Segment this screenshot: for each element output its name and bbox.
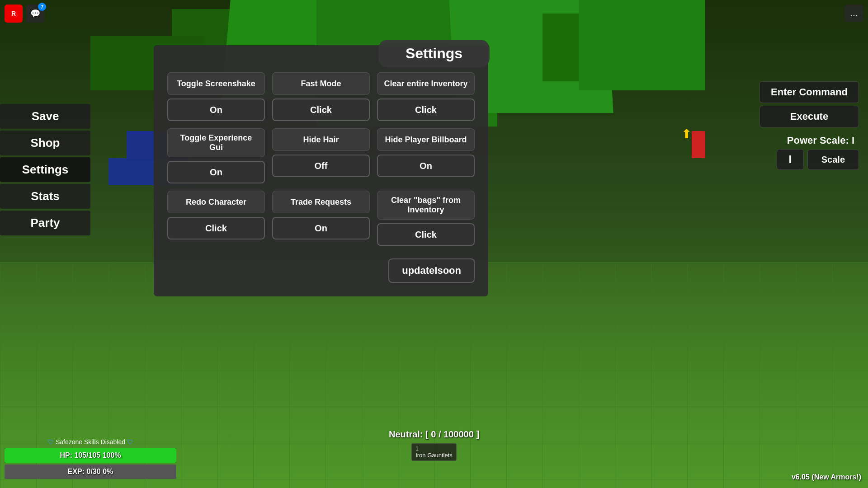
screenshake-value-button[interactable]: On [167, 99, 265, 121]
redochar-label-button[interactable]: Redo Character [167, 191, 265, 213]
settings-row-3: Redo Character Click Trade Requests On C… [167, 191, 475, 246]
notification-icon[interactable]: 💬 7 [26, 5, 44, 23]
hidehair-value-button[interactable]: Off [272, 155, 370, 177]
inventory-item-name: Iron Gauntlets [415, 452, 453, 459]
settings-title-bar: Settings [378, 40, 490, 67]
bg-block [579, 0, 705, 90]
settings-row-2: Toggle Experience Gui On Hide Hair Off H… [167, 128, 475, 183]
execute-button[interactable]: Execute [760, 106, 859, 127]
setting-fastmode: Fast Mode Click [272, 72, 370, 121]
billboard-label-button[interactable]: Hide Player Billboard [377, 128, 475, 151]
inventory-slot-number: 1 [415, 446, 453, 452]
clear-inventory-label-button[interactable]: Clear entire Inventory [377, 72, 475, 95]
chat-icon: 💬 [30, 9, 40, 19]
setting-expgui: Toggle Experience Gui On [167, 128, 265, 183]
fastmode-value-button[interactable]: Click [272, 99, 370, 121]
sidebar-item-party[interactable]: Party [0, 211, 90, 235]
sidebar-item-stats[interactable]: Stats [0, 184, 90, 209]
yellow-arrow: ⬆ [681, 127, 692, 141]
neutral-text: Neutral: [ 0 / 100000 ] [389, 429, 479, 440]
clearbags-label-button[interactable]: Clear "bags" from Inventory [377, 191, 475, 220]
settings-panel: Toggle Screenshake On Fast Mode Click Cl… [154, 45, 488, 296]
clear-inventory-value-button[interactable]: Click [377, 99, 475, 121]
left-sidebar: Save Shop Settings Stats Party [0, 104, 99, 235]
screenshake-label-button[interactable]: Toggle Screenshake [167, 72, 265, 95]
billboard-value-button[interactable]: On [377, 155, 475, 177]
settings-grid: Toggle Screenshake On Fast Mode Click Cl… [167, 72, 475, 283]
update-row: updateIsoon [167, 255, 475, 283]
setting-clear-inventory: Clear entire Inventory Click [377, 72, 475, 121]
safezone-label: Safezone Skills Disabled [56, 438, 125, 446]
power-scale-controls: Scale [777, 149, 859, 170]
traderequests-label-button[interactable]: Trade Requests [272, 191, 370, 213]
setting-hidehair: Hide Hair Off [272, 128, 370, 183]
setting-billboard: Hide Player Billboard On [377, 128, 475, 183]
settings-row-1: Toggle Screenshake On Fast Mode Click Cl… [167, 72, 475, 121]
version-text: v6.05 (New Armors!) [792, 473, 861, 481]
inventory-slot[interactable]: 1 Iron Gauntlets [411, 443, 457, 461]
sidebar-item-settings[interactable]: Settings [0, 157, 90, 182]
right-panel: Enter Command Execute Power Scale: I Sca… [760, 81, 859, 170]
setting-redochar: Redo Character Click [167, 191, 265, 246]
bottom-hud: 🛡 Safezone Skills Disabled 🛡 HP: 105/105… [5, 438, 176, 479]
fastmode-label-button[interactable]: Fast Mode [272, 72, 370, 95]
exp-bar-container: EXP: 0/30 0% [5, 465, 176, 479]
sidebar-item-shop[interactable]: Shop [0, 131, 90, 155]
svg-text:R: R [11, 10, 16, 17]
sidebar-item-save[interactable]: Save [0, 104, 90, 129]
update-button[interactable]: updateIsoon [388, 258, 475, 283]
center-bottom-hud: Neutral: [ 0 / 100000 ] 1 Iron Gauntlets [389, 429, 479, 461]
hidehair-label-button[interactable]: Hide Hair [272, 128, 370, 151]
power-scale-label: Power Scale: I [783, 130, 859, 146]
expgui-value-button[interactable]: On [167, 161, 265, 183]
scale-button[interactable]: Scale [807, 150, 859, 170]
roblox-icon[interactable]: R [5, 5, 23, 23]
traderequests-value-button[interactable]: On [272, 217, 370, 239]
redochar-value-button[interactable]: Click [167, 217, 265, 239]
notification-badge: 7 [38, 3, 46, 11]
exp-bar-text: EXP: 0/30 0% [68, 468, 113, 476]
setting-traderequests: Trade Requests On [272, 191, 370, 246]
expgui-label-button[interactable]: Toggle Experience Gui [167, 128, 265, 157]
power-scale-input[interactable] [777, 149, 804, 170]
top-left-icons: R 💬 7 [5, 5, 44, 23]
shield-icon: 🛡 [47, 438, 54, 446]
setting-screenshake: Toggle Screenshake On [167, 72, 265, 121]
red-figure [692, 131, 705, 158]
power-scale-row: Power Scale: I [783, 130, 859, 146]
clearbags-value-button[interactable]: Click [377, 223, 475, 246]
command-input-label[interactable]: Enter Command [760, 81, 859, 103]
hp-bar-container: HP: 105/105 100% [5, 448, 176, 463]
safezone-text: 🛡 Safezone Skills Disabled 🛡 [5, 438, 176, 446]
setting-clearbags: Clear "bags" from Inventory Click [377, 191, 475, 246]
top-right-menu: ... [844, 5, 863, 22]
menu-dots-button[interactable]: ... [844, 5, 863, 22]
shield-icon-right: 🛡 [127, 438, 133, 446]
settings-title: Settings [406, 45, 462, 62]
hp-bar-text: HP: 105/105 100% [60, 451, 121, 460]
